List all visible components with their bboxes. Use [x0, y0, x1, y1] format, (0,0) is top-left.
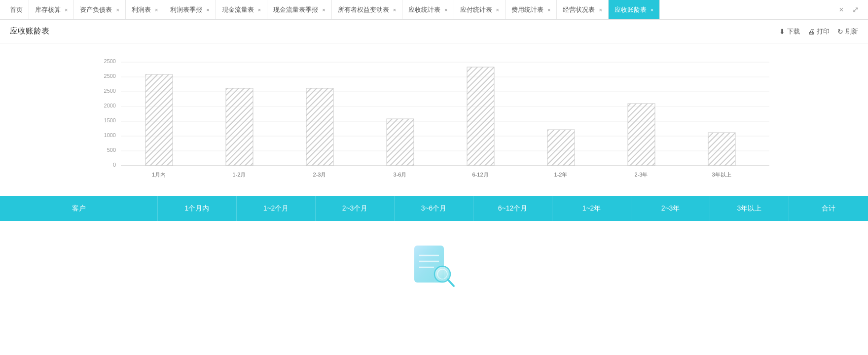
close-window-button[interactable]: ×	[836, 5, 846, 14]
download-icon: ⬇	[779, 28, 785, 36]
svg-line-31	[448, 280, 454, 286]
tab-ar-stat[interactable]: 应收统计表 ×	[402, 0, 454, 20]
tab-balance[interactable]: 资产负债表 ×	[74, 0, 125, 20]
th-6-12month: 6~12个月	[473, 196, 552, 221]
close-tab-ar-aging[interactable]: ×	[651, 7, 653, 13]
svg-text:2500: 2500	[104, 73, 116, 79]
svg-text:2-3月: 2-3月	[313, 172, 326, 178]
th-1-2year: 1~2年	[552, 196, 631, 221]
svg-text:2-3年: 2-3年	[635, 172, 648, 178]
close-tab-profit-q[interactable]: ×	[206, 7, 209, 13]
chart-container: 2500 2500 2500 2000 1500 1000 500 0	[20, 53, 848, 191]
tab-stock[interactable]: 库存核算 ×	[29, 0, 74, 20]
tab-profit[interactable]: 利润表 ×	[126, 0, 164, 20]
th-3-6month: 3~6个月	[395, 196, 473, 221]
bar-2-3月	[306, 88, 333, 166]
th-1-2month: 1~2个月	[237, 196, 316, 221]
close-tab-expense[interactable]: ×	[547, 7, 550, 13]
close-tab-ar-stat[interactable]: ×	[444, 7, 447, 13]
tab-cashflow-q[interactable]: 现金流量表季报 ×	[267, 0, 331, 20]
th-1month: 1个月内	[158, 196, 237, 221]
close-tab-operations[interactable]: ×	[599, 7, 602, 13]
chart-area: 2500 2500 2500 2000 1500 1000 500 0	[0, 43, 868, 196]
svg-text:3年以上: 3年以上	[712, 172, 731, 178]
tab-operations[interactable]: 经营状况表 ×	[557, 0, 608, 20]
download-button[interactable]: ⬇ 下载	[779, 27, 800, 36]
tab-home[interactable]: 首页	[4, 0, 29, 20]
svg-text:2500: 2500	[104, 58, 116, 64]
tab-profit-q[interactable]: 利润表季报 ×	[164, 0, 216, 20]
close-tab-balance[interactable]: ×	[116, 7, 119, 13]
main-content: 2500 2500 2500 2000 1500 1000 500 0	[0, 43, 868, 355]
tab-expense[interactable]: 费用统计表 ×	[506, 0, 557, 20]
tab-bar: 首页 库存核算 × 资产负债表 × 利润表 × 利润表季报 × 现金流量表 × …	[0, 0, 868, 20]
print-button[interactable]: 🖨 打印	[808, 27, 830, 36]
svg-text:500: 500	[107, 147, 116, 153]
tab-ap-stat[interactable]: 应付统计表 ×	[454, 0, 506, 20]
close-tab-cashflow[interactable]: ×	[258, 7, 261, 13]
close-tab-equity[interactable]: ×	[393, 7, 396, 13]
th-customer: 客户	[0, 196, 158, 221]
th-2-3year: 2~3年	[631, 196, 710, 221]
bar-chart: 2500 2500 2500 2000 1500 1000 500 0	[20, 53, 848, 191]
close-tab-cashflow-q[interactable]: ×	[322, 7, 325, 13]
bar-6-12月	[467, 67, 494, 166]
svg-text:0: 0	[113, 162, 116, 168]
window-controls: × ⤢	[836, 5, 864, 14]
bar-2-3年	[628, 104, 655, 166]
svg-text:2500: 2500	[104, 88, 116, 94]
svg-text:6-12月: 6-12月	[472, 172, 488, 178]
svg-text:1-2年: 1-2年	[554, 172, 568, 178]
svg-text:1-2月: 1-2月	[233, 172, 246, 178]
bar-1-2月	[226, 88, 253, 166]
svg-text:1500: 1500	[104, 117, 116, 123]
empty-state	[0, 221, 868, 320]
bar-3-6月	[387, 119, 414, 166]
tab-equity[interactable]: 所有者权益变动表 ×	[332, 0, 402, 20]
page-title: 应收账龄表	[10, 26, 49, 36]
bar-3年以上	[708, 133, 735, 166]
refresh-button[interactable]: ↻ 刷新	[837, 27, 858, 36]
page-header: 应收账龄表 ⬇ 下载 🖨 打印 ↻ 刷新	[0, 20, 868, 43]
close-tab-ap-stat[interactable]: ×	[496, 7, 499, 13]
svg-text:1月内: 1月内	[152, 172, 166, 178]
bar-1月内	[145, 74, 173, 166]
empty-state-icon	[407, 241, 461, 290]
svg-text:2000: 2000	[104, 103, 116, 108]
close-tab-profit[interactable]: ×	[155, 7, 158, 13]
tab-ar-aging[interactable]: 应收账龄表 ×	[609, 0, 660, 20]
header-actions: ⬇ 下载 🖨 打印 ↻ 刷新	[779, 27, 858, 36]
svg-text:1000: 1000	[104, 132, 116, 138]
th-2-3month: 2~3个月	[316, 196, 395, 221]
bar-1-2年	[547, 130, 575, 166]
table-header: 客户 1个月内 1~2个月 2~3个月 3~6个月 6~12个月 1~2年 2~…	[0, 196, 868, 221]
refresh-icon: ↻	[837, 28, 843, 36]
print-icon: 🖨	[808, 28, 815, 36]
th-3year-plus: 3年以上	[710, 196, 789, 221]
maximize-window-button[interactable]: ⤢	[850, 5, 860, 14]
tab-cashflow[interactable]: 现金流量表 ×	[216, 0, 267, 20]
svg-text:3-6月: 3-6月	[394, 172, 407, 178]
th-total: 合计	[789, 196, 868, 221]
close-tab-stock[interactable]: ×	[65, 7, 68, 13]
